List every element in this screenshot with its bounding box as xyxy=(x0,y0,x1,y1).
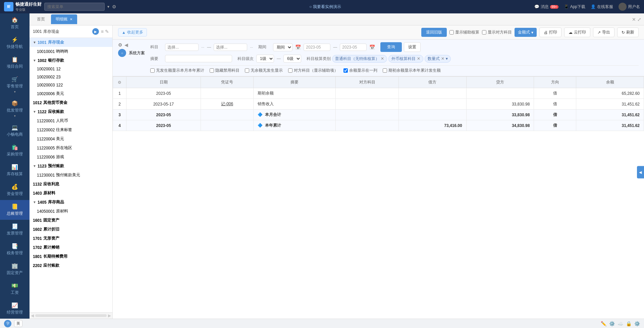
tree-item-1132[interactable]: 1132 应收利息 xyxy=(30,180,112,189)
scroll-left-icon[interactable]: ◀ xyxy=(31,313,34,318)
horizontal-scrollbar[interactable] xyxy=(35,314,107,317)
period-end-input[interactable] xyxy=(340,44,367,51)
tree-item-11220002[interactable]: 11220002 往来标签 xyxy=(30,125,112,134)
sidebar-item-operations[interactable]: 📈 经营管理 xyxy=(0,299,30,319)
tree-item-1122[interactable]: ▼ 1122 应收账款 xyxy=(30,107,112,116)
message-btn[interactable]: 💬 消息 99+ xyxy=(534,4,558,10)
tree-item-1403[interactable]: 1403 原材料 xyxy=(30,189,112,198)
scroll-right-icon[interactable]: ▶ xyxy=(108,313,111,318)
tree-item-10020003[interactable]: 10020003 122 xyxy=(30,81,112,89)
demo-area[interactable]: ○ 我要看实例演示 xyxy=(309,4,341,10)
account-nav-btn[interactable]: ▶ xyxy=(92,28,99,35)
format-btn[interactable]: 金额式 ▾ xyxy=(515,28,537,37)
cb-hide-disabled-input[interactable] xyxy=(210,68,214,73)
cb-no-balance-input[interactable] xyxy=(245,68,249,73)
sidebar-item-project[interactable]: 📋 项目合同 xyxy=(0,53,30,73)
sidebar-item-retail[interactable]: 🛒 零售管理 ▾ xyxy=(0,73,30,97)
cloud-icon-bottom[interactable]: ☁️ xyxy=(618,321,623,326)
cb-balance-row-input[interactable] xyxy=(343,68,348,73)
tree-edit-icon[interactable]: ✎ xyxy=(105,29,109,34)
tree-item-1001[interactable]: ▼ 1001 库存现金 xyxy=(30,38,112,47)
tree-item-1601[interactable]: 1601 固定资产 xyxy=(30,216,112,225)
tree-item-1012[interactable]: 1012 其他货币资金 xyxy=(30,98,112,107)
expand-btn[interactable]: ⤢ xyxy=(637,17,641,22)
tree-item-10020006[interactable]: 10020006 美元 xyxy=(30,89,112,98)
tree-item-1801[interactable]: 1801 长期待摊费用 xyxy=(30,252,112,261)
level-end-select[interactable]: 6级 xyxy=(283,55,301,63)
subject-input[interactable] xyxy=(165,44,199,51)
sidebar-item-home[interactable]: 🏠 首页 xyxy=(0,13,30,33)
tree-item-10020002[interactable]: 10020002 23 xyxy=(30,73,112,81)
show-contra-checkbox-label[interactable]: 显示对方科目 xyxy=(482,29,512,35)
tag-normal-close[interactable]: ✕ xyxy=(381,56,384,61)
tag-quantity-close[interactable]: ✕ xyxy=(441,56,444,61)
lang-btn[interactable]: 英 xyxy=(14,320,22,327)
tree-item-2202[interactable]: 2202 应付账款 xyxy=(30,261,112,270)
cb-no-balance[interactable]: 无余额无发生显示 xyxy=(245,68,283,73)
show-aux-checkbox[interactable] xyxy=(449,30,454,35)
period-start-input[interactable] xyxy=(304,44,330,51)
gear-icon[interactable]: ⚙️ xyxy=(634,321,640,326)
settings-btn[interactable]: 设置 xyxy=(404,42,421,52)
online-service-btn[interactable]: 👤 在线客服 xyxy=(591,4,613,10)
return-old-btn[interactable]: 退回旧版 xyxy=(421,28,447,37)
tree-item-11220005[interactable]: 11220005 所在地区 xyxy=(30,143,112,152)
sidebar-item-wholesale[interactable]: 📦 批发管理 ▾ xyxy=(0,97,30,121)
tab-home[interactable]: 首页 xyxy=(32,14,50,24)
tree-item-1405[interactable]: ▼ 1405 库存商品 xyxy=(30,198,112,207)
cb-no-occur-input[interactable] xyxy=(150,68,155,73)
sidebar-item-salary[interactable]: 💵 工资 xyxy=(0,279,30,299)
user-btn[interactable]: 用户名 xyxy=(619,3,640,11)
cb-contra-input[interactable] xyxy=(288,68,292,73)
level-start-select[interactable]: 1级 xyxy=(256,55,274,63)
print-btn[interactable]: 🖨 打印 xyxy=(539,27,561,37)
sidebar-item-purchase[interactable]: 🛍️ 采购管理 xyxy=(0,141,30,160)
sidebar-item-general[interactable]: 📒 总账管理 xyxy=(0,200,30,220)
period-type-select[interactable]: 期间 xyxy=(273,43,292,51)
subject-more-icon[interactable]: ··· xyxy=(201,45,204,49)
tree-item-11220006[interactable]: 11220006 游戏 xyxy=(30,152,112,161)
cloud-print-btn[interactable]: ☁ 云打印 xyxy=(564,27,590,37)
sidebar-item-inventory[interactable]: 📊 库存核算 xyxy=(0,160,30,180)
tree-item-1602[interactable]: 1602 累计折旧 xyxy=(30,225,112,234)
expand-more-btn[interactable]: ▲ 收起更多 xyxy=(118,28,147,37)
app-download-btn[interactable]: 📱 App下载 xyxy=(564,4,585,10)
tree-item-1123[interactable]: ▼ 1123 预付账款 xyxy=(30,161,112,171)
col-settings-icon[interactable]: ⚙ xyxy=(118,80,121,85)
export-btn[interactable]: ↗ 导出 xyxy=(593,27,614,37)
show-contra-checkbox[interactable] xyxy=(482,30,486,35)
sidebar-item-ecommerce[interactable]: 💻 小畅电商 xyxy=(0,121,30,141)
sidebar-item-invoice[interactable]: 🧾 发票管理 xyxy=(0,220,30,240)
tree-item-11220004[interactable]: 11220004 美元 xyxy=(30,134,112,143)
config-icon[interactable]: ⚙ xyxy=(118,42,122,48)
refresh-btn[interactable]: ↻ 刷新 xyxy=(617,27,639,37)
sidebar-item-assets[interactable]: 🏢 固定资产 xyxy=(0,259,30,279)
sidebar-item-quick-nav[interactable]: ⚡ 快捷导航 xyxy=(0,33,30,53)
tab-ledger-close[interactable]: ✕ xyxy=(70,17,72,21)
cb-opening[interactable]: 期初余额显示本年累计发生额 xyxy=(383,68,441,73)
tree-item-14050001[interactable]: 14050001 原材料 xyxy=(30,207,112,216)
period-end-calendar-icon[interactable]: 📅 xyxy=(369,45,375,50)
cb-hide-disabled[interactable]: 隐藏禁用科目 xyxy=(210,68,239,73)
right-collapse-btn[interactable]: ◀ xyxy=(637,166,644,178)
tree-item-10020001[interactable]: 10020001 12 xyxy=(30,65,112,73)
tag-foreign-close[interactable]: ✕ xyxy=(417,56,420,61)
edit-icon[interactable]: ✏️ xyxy=(601,321,606,326)
cb-contra[interactable]: 对方科目（显示辅助项） xyxy=(288,68,338,73)
summary-input[interactable] xyxy=(165,55,232,62)
tree-item-10010001[interactable]: 10010001 哟哟哟 xyxy=(30,47,112,56)
subject-end-more-icon[interactable]: ··· xyxy=(250,45,253,49)
lock-icon[interactable]: 🔒 xyxy=(626,321,632,326)
sidebar-item-tax[interactable]: 📑 税务管理 xyxy=(0,240,30,259)
cb-opening-input[interactable] xyxy=(383,68,387,73)
tree-view-icon[interactable]: ≡ xyxy=(101,29,104,34)
tab-ledger[interactable]: 明细账 ✕ xyxy=(51,14,77,24)
settings-icon[interactable]: ⚙ xyxy=(112,4,116,9)
query-btn[interactable]: 查询 xyxy=(380,42,402,52)
dropdown-icon[interactable]: ▾ xyxy=(107,4,109,9)
show-aux-checkbox-label[interactable]: 显示辅助核算 xyxy=(449,29,479,35)
tree-item-1002[interactable]: ▼ 1002 银行存款 xyxy=(30,56,112,65)
row-voucher-2[interactable]: 记-006 xyxy=(201,99,254,110)
close-btn[interactable]: ✕ xyxy=(632,17,636,22)
sidebar-item-capital[interactable]: 💰 资金管理 xyxy=(0,180,30,200)
